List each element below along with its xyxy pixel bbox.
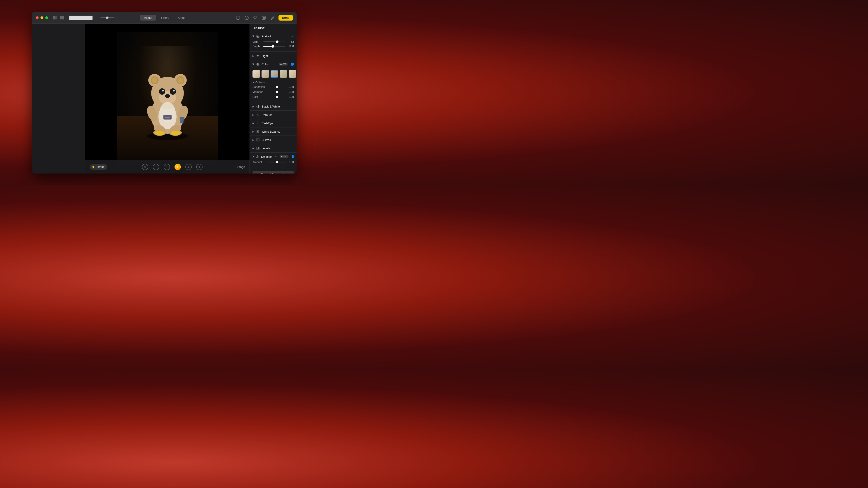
- color-preset-1[interactable]: [252, 70, 260, 78]
- definition-section: ▶ Definition ↩ AUTO Amou: [250, 153, 297, 168]
- fullscreen-button[interactable]: [45, 16, 48, 19]
- redeye-chevron-icon: ▶: [252, 122, 254, 125]
- black-white-section[interactable]: ▶ Black & White: [250, 102, 297, 111]
- circle-filter-1[interactable]: ●: [153, 164, 159, 170]
- amount-track[interactable]: [268, 162, 286, 162]
- vibrance-track[interactable]: [268, 92, 286, 92]
- color-section-header[interactable]: ▶ Color ↩ AUTO: [250, 60, 297, 68]
- amount-thumb[interactable]: [276, 161, 278, 163]
- light-slider-thumb[interactable]: [276, 40, 278, 43]
- sun-filter-icon[interactable]: ☀: [142, 164, 148, 170]
- definition-section-icon: [256, 155, 259, 158]
- color-preset-4[interactable]: [280, 70, 287, 78]
- star-filter-icon[interactable]: ✦: [175, 164, 181, 170]
- revert-button[interactable]: Revert to Original: [69, 15, 93, 20]
- svg-point-56: [257, 123, 258, 124]
- cast-track[interactable]: [268, 97, 286, 97]
- levels-section-icon: [256, 147, 260, 150]
- red-eye-section[interactable]: ▶ Red-Eye: [250, 119, 297, 127]
- tab-crop[interactable]: Crop: [174, 15, 189, 21]
- circle-filter-4[interactable]: ◎: [196, 164, 203, 170]
- levels-section[interactable]: ▶ Levels: [250, 144, 297, 153]
- levels-section-title: Levels: [261, 147, 294, 150]
- circle-filter-2[interactable]: ●: [164, 164, 170, 170]
- retouch-section-title: Retouch: [261, 113, 294, 117]
- curves-section[interactable]: ▶ Curves: [250, 136, 297, 144]
- color-preset-2[interactable]: [261, 70, 269, 78]
- color-reset-icon[interactable]: ↩: [274, 63, 276, 66]
- share-icon[interactable]: ?: [244, 15, 249, 20]
- portrait-reset-icon[interactable]: ↩: [291, 35, 294, 38]
- undo-plus-icon[interactable]: +: [115, 16, 117, 20]
- light-section[interactable]: ▶ Light: [250, 52, 297, 60]
- minimize-button[interactable]: [40, 16, 43, 19]
- split-view-icon[interactable]: [59, 15, 64, 20]
- bw-section-icon: [256, 105, 260, 108]
- definition-auto-badge[interactable]: AUTO: [280, 155, 288, 158]
- color-auto-badge[interactable]: AUTO: [279, 63, 287, 66]
- svg-line-45: [259, 57, 259, 57]
- light-slider-track[interactable]: [264, 41, 285, 42]
- white-balance-section[interactable]: ▶ White Balance: [250, 127, 297, 136]
- saturation-track[interactable]: [268, 87, 286, 87]
- svg-text:San-X: San-X: [181, 119, 183, 121]
- export-icon[interactable]: [261, 15, 266, 20]
- tab-filters[interactable]: Filters: [157, 15, 173, 21]
- undo-thumb: [106, 17, 108, 19]
- tab-adjust[interactable]: Adjust: [140, 15, 156, 21]
- depth-slider-thumb[interactable]: [272, 45, 274, 48]
- redeye-section-title: Red-Eye: [261, 122, 294, 125]
- close-button[interactable]: [36, 16, 39, 19]
- definition-reset-icon[interactable]: ↩: [275, 155, 277, 158]
- reset-adjustments-button[interactable]: Reset Adjustments: [252, 171, 294, 173]
- curves-section-title: Curves: [261, 138, 294, 142]
- vibrance-thumb[interactable]: [276, 91, 278, 93]
- light-section-title: Light: [261, 54, 294, 58]
- photo-area: Rilakkuma San-X Portrait ☀ ●: [85, 24, 250, 173]
- stage-label: Stage: [237, 165, 245, 168]
- cast-label: Cast: [252, 95, 267, 98]
- retouch-section[interactable]: ▶ Retouch: [250, 111, 297, 119]
- vibrance-value: 0.00: [287, 90, 294, 94]
- magic-wand-icon[interactable]: [270, 15, 275, 20]
- options-header[interactable]: ▶ Options: [250, 79, 297, 86]
- bottom-toolbar: Portrait ☀ ● ● ✦ ◎ ◎ Stage: [85, 160, 250, 173]
- options-content: Saturation 0.00 Vibrance: [250, 86, 297, 102]
- undo-minus-icon[interactable]: −: [97, 16, 99, 20]
- redeye-section-icon: [256, 121, 260, 125]
- definition-chevron-icon: ▶: [252, 156, 255, 158]
- saturation-thumb[interactable]: [276, 86, 278, 88]
- color-section-title: Color: [261, 63, 273, 66]
- info-icon[interactable]: i: [236, 15, 241, 20]
- done-button[interactable]: Done: [278, 15, 293, 21]
- svg-text:Rilakkuma: Rilakkuma: [165, 117, 170, 119]
- saturation-label: Saturation: [252, 86, 267, 89]
- portrait-section: ▶ Portrait ↩ Light: [250, 32, 297, 52]
- favorite-icon[interactable]: [253, 15, 258, 20]
- portrait-section-title: Portrait: [261, 35, 289, 38]
- svg-text:?: ?: [246, 17, 247, 19]
- saturation-value: 0.00: [287, 86, 294, 89]
- svg-rect-1: [55, 16, 57, 20]
- undo-slider[interactable]: [100, 18, 114, 18]
- svg-line-46: [259, 55, 259, 55]
- wb-chevron-icon: ▶: [252, 130, 254, 133]
- vibrance-row: Vibrance 0.00: [252, 90, 294, 94]
- depth-slider-track[interactable]: [264, 46, 285, 47]
- portrait-badge[interactable]: Portrait: [90, 164, 107, 170]
- wb-section-icon: [256, 130, 260, 133]
- definition-toggle-btn[interactable]: [291, 155, 294, 158]
- wb-section-title: White Balance: [261, 130, 294, 133]
- circle-filter-3[interactable]: ◎: [185, 164, 192, 170]
- color-preset-5[interactable]: [289, 70, 296, 78]
- color-preset-3[interactable]: [271, 70, 278, 78]
- cast-thumb[interactable]: [276, 96, 278, 98]
- color-toggle-btn[interactable]: [291, 63, 294, 66]
- svg-point-31: [165, 94, 170, 98]
- right-panel: ADJUST ▶ Portrait ↩: [250, 24, 297, 173]
- retouch-section-icon: [256, 113, 260, 117]
- portrait-section-header[interactable]: ▶ Portrait ↩: [250, 32, 297, 40]
- definition-section-header[interactable]: ▶ Definition ↩ AUTO: [250, 153, 297, 161]
- single-view-icon[interactable]: [53, 15, 58, 20]
- bw-section-title: Black & White: [261, 105, 294, 108]
